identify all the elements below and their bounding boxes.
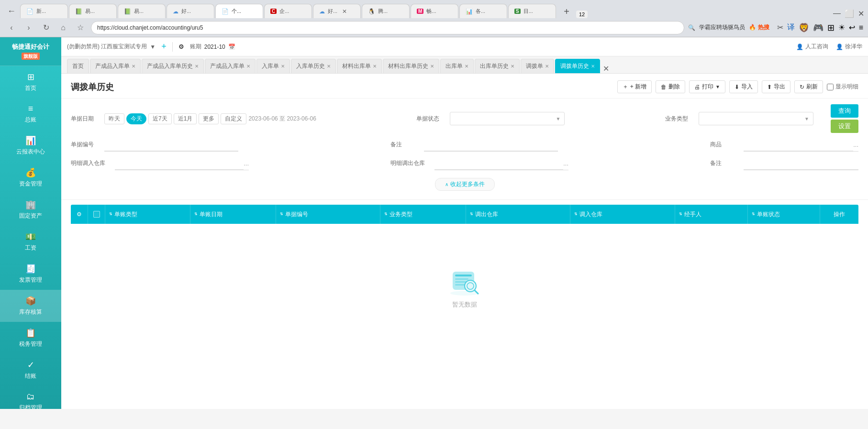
browser-tab-5[interactable]: C 企... (264, 4, 312, 18)
page-tab-10[interactable]: 调拨单 ✕ (521, 59, 554, 73)
page-tab-4-close[interactable]: ✕ (281, 64, 285, 69)
doc-num-input[interactable] (104, 138, 238, 151)
page-tab-6-close[interactable]: ✕ (373, 64, 377, 69)
sidebar-item-close[interactable]: ✓ 结账 (0, 354, 61, 386)
sidebar-item-tax[interactable]: 📋 税务管理 (0, 322, 61, 354)
settings-gear[interactable]: ⚙ (178, 43, 184, 50)
date-btn-custom[interactable]: 自定义 (221, 113, 246, 124)
page-tab-1-close[interactable]: ✕ (132, 64, 135, 69)
bookmark-button[interactable]: ☆ (74, 21, 87, 34)
address-input[interactable] (91, 21, 684, 34)
collapse-button[interactable]: ∧ 收起更多条件 (435, 178, 495, 191)
th-type[interactable]: ⇅ 单账类型 (105, 205, 190, 224)
browser-tab-6[interactable]: ☁ 好... ✕ (313, 4, 361, 18)
company-selector[interactable]: (勿删勿禁用) 江西服宝测试专用 ▼ (67, 43, 156, 51)
reload-button[interactable]: ↻ (39, 21, 53, 34)
browser-tab-3[interactable]: ☁ 好... (167, 4, 214, 18)
note2-input[interactable] (744, 156, 858, 170)
page-tab-2-close[interactable]: ✕ (195, 64, 199, 69)
page-tab-7[interactable]: 材料出库单历史 ✕ (383, 59, 439, 73)
browser-tab-0[interactable]: 📄 新... (20, 4, 68, 18)
sidebar-item-inventory[interactable]: 📦 库存核算 (0, 290, 61, 322)
user-avatar[interactable]: 👤 徐泽华 (836, 43, 862, 51)
browser-tab-4[interactable]: 📄 个... (215, 4, 263, 18)
page-tab-10-close[interactable]: ✕ (545, 64, 549, 69)
forward-button[interactable]: › (22, 21, 35, 34)
add-company-button[interactable]: + (161, 42, 167, 52)
sidebar-item-ledger[interactable]: ≡ 总账 (0, 98, 61, 130)
date-btn-more[interactable]: 更多 (199, 113, 219, 124)
tab-bar-close[interactable]: ✕ (603, 64, 609, 73)
browser-tab-8[interactable]: M 畅... (411, 4, 458, 18)
browser-tab-10[interactable]: S 目... (508, 4, 556, 18)
th-biz[interactable]: ⇅ 业务类型 (380, 205, 466, 224)
export-button[interactable]: ⬆ 导出 (762, 80, 790, 93)
page-tab-3-close[interactable]: ✕ (246, 64, 250, 69)
window-close[interactable]: ✕ (858, 9, 864, 18)
sidebar-item-reports[interactable]: 📊 云报表中心 (0, 130, 61, 162)
print-button[interactable]: 🖨 打印 ▼ (689, 80, 725, 93)
customer-service[interactable]: 👤 人工咨询 (796, 43, 828, 51)
import-button[interactable]: ⬇ 导入 (729, 80, 758, 93)
th-num[interactable]: ⇅ 单据编号 (276, 205, 381, 224)
page-tab-4[interactable]: 入库单 ✕ (256, 59, 290, 73)
home-button[interactable]: ⌂ (56, 21, 70, 34)
sidebar-item-finance[interactable]: 💰 资金管理 (0, 162, 61, 194)
sidebar-item-payroll[interactable]: 💵 工资 (0, 226, 61, 258)
page-tab-5-close[interactable]: ✕ (327, 64, 331, 69)
th-out[interactable]: ⇅ 调出仓库 (466, 205, 571, 224)
page-tab-9[interactable]: 出库单历史 ✕ (475, 59, 520, 73)
goods-more-icon[interactable]: ... (853, 141, 858, 148)
browser-tab-1[interactable]: 📗 易... (69, 4, 117, 18)
page-tab-2[interactable]: 产成品入库单历史 ✕ (142, 59, 204, 73)
browser-tab-back[interactable]: ← (4, 4, 19, 18)
page-tab-5[interactable]: 入库单历史 ✕ (291, 59, 336, 73)
refresh-button[interactable]: ↻ 刷新 (794, 80, 823, 93)
out-warehouse-dots[interactable]: ... (563, 160, 568, 167)
sidebar-item-home[interactable]: ⊞ 首页 (0, 66, 61, 98)
page-tab-home[interactable]: 首页 (67, 59, 89, 73)
page-tab-8-close[interactable]: ✕ (465, 64, 468, 69)
browser-tab-2[interactable]: 📗 易... (118, 4, 166, 18)
biz-type-select[interactable]: ▼ (699, 112, 813, 125)
in-warehouse-input[interactable] (115, 156, 244, 170)
back-button[interactable]: ‹ (5, 21, 18, 34)
th-date[interactable]: ⇅ 单账日期 (190, 205, 276, 224)
tab-close-6[interactable]: ✕ (342, 8, 347, 15)
th-checkbox[interactable] (88, 205, 105, 224)
header-checkbox[interactable] (93, 211, 100, 218)
out-warehouse-input[interactable] (434, 156, 563, 170)
display-checkbox[interactable] (827, 84, 834, 90)
goods-input[interactable] (744, 138, 853, 151)
date-btn-1month[interactable]: 近1月 (174, 113, 197, 124)
th-settings[interactable]: ⚙ (71, 205, 88, 224)
browser-tab-9[interactable]: 📊 各... (459, 4, 507, 18)
in-warehouse-dots[interactable]: ... (244, 160, 249, 167)
page-tab-3[interactable]: 产成品入库单 ✕ (205, 59, 256, 73)
page-tab-11[interactable]: 调拨单历史 ✕ (555, 59, 600, 73)
date-btn-7days[interactable]: 近7天 (148, 113, 172, 124)
th-status[interactable]: ⇅ 单账状态 (748, 205, 820, 224)
page-tab-11-close[interactable]: ✕ (591, 64, 595, 69)
page-tab-8[interactable]: 出库单 ✕ (440, 59, 474, 73)
date-btn-today[interactable]: 今天 (126, 113, 146, 124)
calendar-icon[interactable]: 📅 (228, 44, 235, 50)
sidebar-item-archive[interactable]: 🗂 归档管理 (0, 386, 61, 409)
display-toggle[interactable]: 显示明细 (827, 83, 858, 91)
page-tab-6[interactable]: 材料出库单 ✕ (337, 59, 382, 73)
th-person[interactable]: ⇅ 经手人 (675, 205, 747, 224)
browser-tab-7[interactable]: 🐧 腾... (362, 4, 410, 18)
new-tab-button[interactable]: + (560, 5, 573, 18)
page-tab-7-close[interactable]: ✕ (430, 64, 434, 69)
sidebar-item-invoice[interactable]: 🧾 发票管理 (0, 258, 61, 290)
page-tab-9-close[interactable]: ✕ (511, 64, 514, 69)
date-btn-yesterday[interactable]: 昨天 (104, 113, 124, 124)
window-maximize[interactable]: ⬜ (845, 9, 854, 18)
new-button[interactable]: ＋ + 新增 (617, 80, 652, 93)
query-button[interactable]: 查询 (831, 104, 858, 118)
th-in[interactable]: ⇅ 调入仓库 (570, 205, 675, 224)
status-select[interactable]: ▼ (450, 112, 565, 125)
page-tab-1[interactable]: 产成品入库单 ✕ (90, 59, 141, 73)
sidebar-item-assets[interactable]: 🏢 固定资产 (0, 194, 61, 226)
window-minimize[interactable]: — (833, 9, 841, 18)
